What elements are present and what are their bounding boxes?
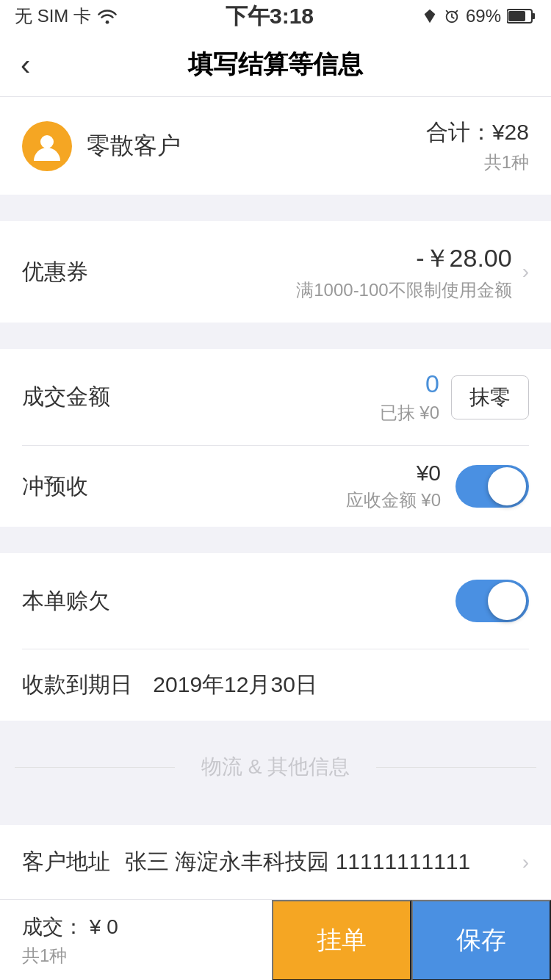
hold-button[interactable]: 挂单	[272, 900, 411, 981]
battery-icon	[507, 8, 536, 24]
avatar	[22, 121, 72, 171]
due-date-value: 2019年12月30日	[153, 672, 317, 696]
address-label: 客户地址	[22, 847, 110, 877]
alarm-icon	[444, 8, 460, 24]
separator-5	[0, 799, 551, 813]
due-date-row: 收款到期日 2019年12月30日	[0, 649, 551, 721]
prepay-amount-col: ¥0 应收金额 ¥0	[346, 461, 441, 512]
transaction-amount: 0	[380, 370, 439, 398]
content: 零散客户 合计：¥28 共1种 优惠券 -￥28.00 满1000-100不限制…	[0, 97, 551, 980]
customer-name: 零散客户	[87, 130, 181, 162]
bottom-deal-amount: ¥ 0	[90, 915, 118, 938]
wifi-icon	[97, 8, 118, 24]
bottom-deal: 成交： ¥ 0	[22, 913, 250, 941]
chevron-right-icon: ›	[522, 260, 529, 284]
coupon-desc: 满1000-100不限制使用金额	[296, 278, 511, 302]
customer-row: 零散客户 合计：¥28 共1种	[0, 97, 551, 195]
status-left: 无 SIM 卡	[15, 4, 118, 28]
svg-rect-3	[508, 11, 525, 21]
total-count: 共1种	[426, 151, 529, 174]
separator-2	[0, 334, 551, 349]
round-button[interactable]: 抹零	[451, 375, 529, 419]
prepay-label: 冲预收	[22, 472, 88, 502]
logistics-section: 物流 & 其他信息	[0, 735, 551, 799]
battery-percent: 69%	[466, 6, 501, 26]
nav-bar: ‹ 填写结算等信息	[0, 32, 551, 97]
save-button[interactable]: 保存	[411, 900, 551, 981]
due-date-label: 收款到期日	[22, 672, 132, 696]
bottom-bar: 成交： ¥ 0 共1种 挂单 保存	[0, 899, 551, 980]
user-avatar-icon	[31, 130, 63, 162]
coupon-row[interactable]: 优惠券 -￥28.00 满1000-100不限制使用金额 ›	[0, 221, 551, 323]
bottom-deal-label: 成交：	[22, 915, 84, 938]
credit-label: 本单赊欠	[22, 586, 110, 616]
credit-toggle[interactable]	[455, 580, 529, 622]
address-value: 张三 海淀永丰科技园 11111111111	[125, 847, 505, 877]
transaction-amount-col: 0 已抹 ¥0	[380, 370, 439, 425]
status-bar: 无 SIM 卡 下午3:18 69%	[0, 0, 551, 32]
customer-left: 零散客户	[22, 121, 181, 171]
svg-point-4	[40, 135, 54, 148]
coupon-right: -￥28.00 满1000-100不限制使用金额 ›	[296, 242, 529, 302]
separator-1	[0, 206, 551, 221]
svg-rect-2	[532, 13, 535, 19]
coupon-section[interactable]: 优惠券 -￥28.00 满1000-100不限制使用金额 ›	[0, 221, 551, 323]
credit-row: 本单赊欠	[0, 553, 551, 649]
total-amount: 合计：¥28	[426, 118, 529, 148]
address-section[interactable]: 客户地址 张三 海淀永丰科技园 11111111111 ›	[0, 825, 551, 899]
bottom-info: 成交： ¥ 0 共1种	[0, 913, 272, 968]
no-sim-text: 无 SIM 卡	[15, 4, 91, 28]
status-right: 69%	[422, 6, 536, 26]
prepay-amount: ¥0	[346, 461, 441, 486]
toggle-knob	[488, 467, 526, 505]
separator-4	[0, 721, 551, 735]
coupon-label: 优惠券	[22, 257, 88, 287]
credit-section: 本单赊欠 收款到期日 2019年12月30日	[0, 553, 551, 721]
address-chevron-icon: ›	[522, 851, 529, 874]
page-title: 填写结算等信息	[188, 48, 363, 82]
credit-toggle-knob	[488, 582, 526, 620]
prepay-row: 冲预收 ¥0 应收金额 ¥0	[0, 446, 551, 527]
transaction-section: 成交金额 0 已抹 ¥0 抹零 冲预收 ¥0 应收金额 ¥0	[0, 349, 551, 527]
transaction-right: 0 已抹 ¥0 抹零	[380, 370, 529, 425]
prepay-sub: 应收金额 ¥0	[346, 489, 441, 512]
bottom-count: 共1种	[22, 944, 250, 968]
status-time: 下午3:18	[226, 1, 314, 32]
separator-3	[0, 538, 551, 553]
customer-summary: 合计：¥28 共1种	[426, 118, 529, 174]
location-icon	[422, 8, 438, 24]
transaction-sub: 已抹 ¥0	[380, 401, 439, 425]
coupon-info: -￥28.00 满1000-100不限制使用金额	[296, 242, 511, 302]
transaction-label: 成交金额	[22, 382, 110, 412]
back-button[interactable]: ‹	[21, 50, 30, 79]
prepay-right: ¥0 应收金额 ¥0	[346, 461, 529, 512]
customer-section: 零散客户 合计：¥28 共1种	[0, 97, 551, 195]
address-row[interactable]: 客户地址 张三 海淀永丰科技园 11111111111 ›	[0, 825, 551, 899]
coupon-amount: -￥28.00	[296, 242, 511, 275]
transaction-row: 成交金额 0 已抹 ¥0 抹零	[0, 349, 551, 445]
logistics-title: 物流 & 其他信息	[201, 753, 350, 781]
prepay-toggle[interactable]	[455, 465, 529, 508]
logistics-header: 物流 & 其他信息	[0, 753, 551, 781]
